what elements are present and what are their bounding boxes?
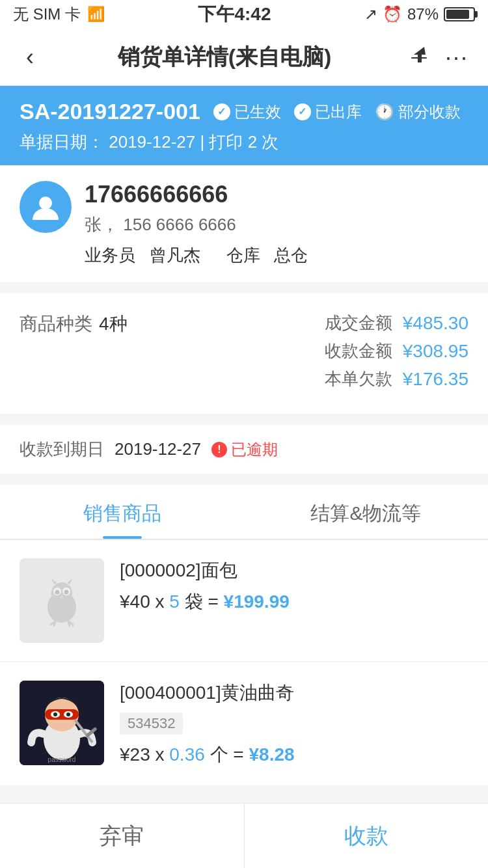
date-label: 单据日期： [20,132,104,152]
product-thumbnail-1 [20,558,104,643]
print-label: | 打印 [200,132,243,152]
order-header-top: SA-20191227-001 ✓ 已生效 ✓ 已出库 🕐 部分收款 [20,99,468,124]
svg-marker-10 [67,578,72,584]
product-type-label: 商品种类 [20,312,92,336]
customer-name: 张， 156 6666 6666 [85,213,468,236]
svg-rect-0 [411,57,427,59]
check-icon-1: ✓ [213,103,230,120]
status-partial: 🕐 部分收款 [375,102,461,122]
product-thumbnail-2: password [20,681,104,765]
deal-amount-row: 成交金额 ¥485.30 [325,312,468,334]
sales-label: 业务员 曾凡杰 [85,244,200,267]
status-bar-right: ↗ ⏰ 87% [364,5,475,23]
product-qty-2: 0.36 [169,744,205,765]
svg-text:password: password [48,756,76,763]
summary-section: 商品种类 4种 成交金额 ¥485.30 收款金额 ¥308.95 本单欠款 ¥… [0,293,488,414]
battery-bar [444,7,475,21]
product-qty-1: 5 [169,591,180,612]
list-item: [0000002]面包 ¥40 x 5 袋 = ¥199.99 [0,540,488,661]
carrier-text: 无 SIM 卡 [13,4,81,25]
battery-fill [446,10,469,19]
order-id: SA-20191227-001 [20,99,200,124]
more-icon[interactable]: ··· [445,44,468,71]
product-name-1: [0000002]面包 [120,558,468,583]
wifi-icon: 📶 [87,6,105,23]
print-suffix: 次 [262,132,278,152]
alarm-icon: ⏰ [383,5,402,23]
overdue-badge: ! 已逾期 [211,439,278,460]
product-sku-2: 534532 [120,712,183,735]
debt-amount-row: 本单欠款 ¥176.35 [325,368,468,390]
customer-info: 17666666666 张， 156 6666 6666 业务员 曾凡杰 仓库 … [85,181,468,267]
status-bar: 无 SIM 卡 📶 下午4:42 ↗ ⏰ 87% [0,0,488,29]
debt-label: 本单欠款 [325,368,392,390]
product-count: 4种 [99,312,128,336]
nav-right-actions: ··· [409,44,468,71]
product-total-2: ¥8.28 [249,744,294,765]
page-title: 销货单详情(来自电脑) [118,42,332,72]
overdue-icon: ! [211,442,227,457]
product-price-1: ¥40 x 5 袋 = ¥199.99 [120,590,468,614]
received-value: ¥308.95 [403,341,468,362]
battery-percent: 87% [407,5,439,23]
product-details-2: [000400001]黄油曲奇 534532 ¥23 x 0.36 个 = ¥8… [120,681,468,767]
amount-area: 成交金额 ¥485.30 收款金额 ¥308.95 本单欠款 ¥176.35 [325,312,468,396]
location-icon: ↗ [364,5,377,23]
status-bar-left: 无 SIM 卡 📶 [13,4,105,25]
debt-value: ¥176.35 [403,369,468,390]
tab-settlement-logistics[interactable]: 结算&物流等 [244,485,488,539]
order-header: SA-20191227-001 ✓ 已生效 ✓ 已出库 🕐 部分收款 单据日期：… [0,86,488,165]
salesperson-name: 曾凡杰 [150,245,200,265]
check-icon-2: ✓ [294,103,311,120]
received-amount-row: 收款金额 ¥308.95 [325,340,468,362]
back-button[interactable]: ‹ [20,37,40,77]
due-date-label: 收款到期日 [20,438,104,461]
summary-row: 商品种类 4种 成交金额 ¥485.30 收款金额 ¥308.95 本单欠款 ¥… [20,312,468,396]
svg-point-22 [66,712,70,716]
confirm-payment-button[interactable]: 收款 [245,804,489,868]
overdue-text: 已逾期 [231,439,278,460]
product-price-2: ¥23 x 0.36 个 = ¥8.28 [120,742,468,767]
product-count-area: 商品种类 4种 [20,312,128,336]
svg-line-14 [68,621,70,627]
order-date-line: 单据日期： 2019-12-27 | 打印 2 次 [20,131,468,154]
cancel-button[interactable]: 弃审 [0,804,245,868]
due-date-value: 2019-12-27 [115,439,201,459]
status-effective: ✓ 已生效 [213,102,281,122]
print-count: 2 [248,132,257,152]
status-shipped: ✓ 已出库 [294,102,362,122]
product-total-1: ¥199.99 [224,591,290,612]
customer-section: 17666666666 张， 156 6666 6666 业务员 曾凡杰 仓库 … [0,165,488,283]
product-name-2: [000400001]黄油曲奇 [120,681,468,705]
product-details-1: [0000002]面包 ¥40 x 5 袋 = ¥199.99 [120,558,468,614]
svg-line-12 [54,621,55,627]
customer-id: 17666666666 [85,181,468,208]
order-date: 2019-12-27 [109,132,195,152]
due-date-section: 收款到期日 2019-12-27 ! 已逾期 [0,425,488,474]
warehouse-label: 仓库 总仓 [226,244,308,267]
customer-avatar [20,181,72,233]
svg-rect-18 [45,709,79,720]
svg-point-6 [55,590,60,595]
customer-meta: 业务员 曾凡杰 仓库 总仓 [85,244,468,267]
deal-amount-value: ¥485.30 [403,313,468,334]
svg-point-1 [39,197,52,210]
list-item: password [000400001]黄油曲奇 534532 ¥23 x 0.… [0,662,488,785]
deal-amount-label: 成交金额 [325,312,392,334]
status-bar-time: 下午4:42 [198,2,271,27]
nav-bar: ‹ 销货单详情(来自电脑) ··· [0,29,488,86]
warehouse-name: 总仓 [274,245,308,265]
clock-icon: 🕐 [375,103,394,121]
svg-marker-9 [51,578,57,584]
svg-point-7 [64,590,69,595]
bottom-bar: 弃审 收款 [0,803,488,868]
received-label: 收款金额 [325,340,392,362]
svg-point-21 [53,712,57,716]
share-icon[interactable] [409,44,429,70]
product-list: [0000002]面包 ¥40 x 5 袋 = ¥199.99 [0,540,488,785]
tabs-section: 销售商品 结算&物流等 [0,485,488,540]
tab-sales-products[interactable]: 销售商品 [0,485,244,539]
